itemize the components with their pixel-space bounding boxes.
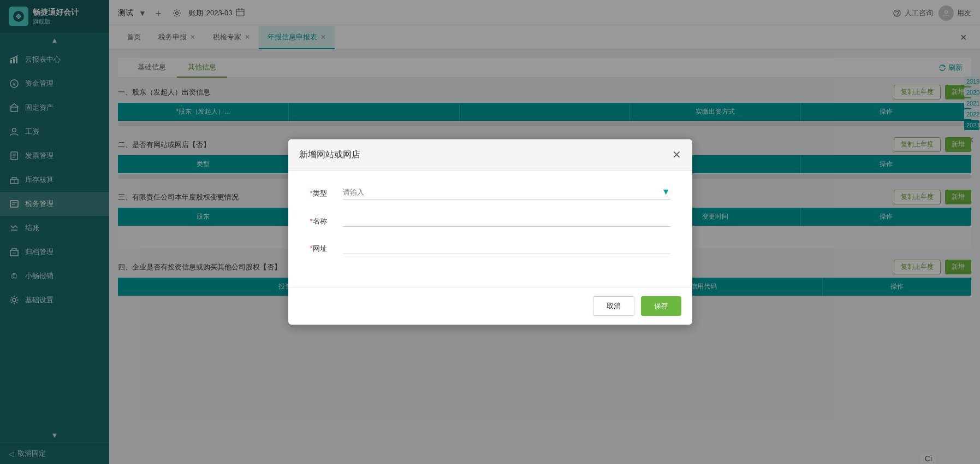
type-label: *类型 — [310, 189, 343, 198]
dialog-body: *类型 ▼ *名称 — [288, 171, 692, 287]
app-container: 畅捷通好会计 旗舰版 ▲ 云报表中心 ¥ 资金管理 — [0, 0, 980, 464]
dialog-header: 新增网站或网店 ✕ — [288, 139, 692, 171]
form-field-name: *名称 — [310, 216, 670, 227]
add-website-dialog: 新增网站或网店 ✕ *类型 ▼ *名称 — [288, 139, 692, 325]
dialog-close-button[interactable]: ✕ — [672, 148, 681, 161]
url-input-wrap — [343, 243, 670, 254]
dialog-title: 新增网站或网店 — [299, 149, 360, 161]
dialog-overlay: 新增网站或网店 ✕ *类型 ▼ *名称 — [0, 0, 980, 464]
url-label: *网址 — [310, 244, 343, 254]
form-field-url: *网址 — [310, 243, 670, 254]
type-input[interactable] — [343, 188, 662, 196]
type-dropdown-arrow[interactable]: ▼ — [662, 187, 670, 197]
form-field-type: *类型 ▼ — [310, 187, 670, 199]
cancel-button[interactable]: 取消 — [593, 296, 634, 316]
save-button[interactable]: 保存 — [641, 296, 681, 316]
type-input-wrap: ▼ — [343, 187, 670, 199]
name-label: *名称 — [310, 216, 343, 226]
name-input-wrap — [343, 216, 670, 227]
dialog-footer: 取消 保存 — [288, 287, 692, 325]
name-input[interactable] — [343, 216, 670, 224]
url-input[interactable] — [343, 243, 670, 251]
